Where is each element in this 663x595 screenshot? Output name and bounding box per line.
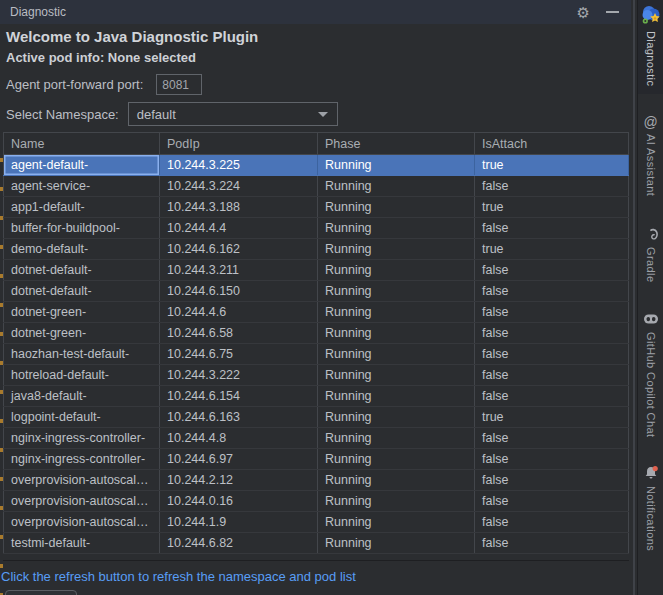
cell-name[interactable]: nginx-ingress-controller-	[4, 449, 160, 470]
cell-podip[interactable]: 10.244.6.58	[160, 323, 318, 344]
tool-tab-notifications[interactable]: Notifications	[638, 460, 663, 559]
cell-podip[interactable]: 10.244.2.12	[160, 470, 318, 491]
table-row[interactable]: agent-service-10.244.3.224Runningfalse	[4, 176, 629, 197]
cell-isattach[interactable]: true	[475, 239, 629, 260]
cell-podip[interactable]: 10.244.1.9	[160, 512, 318, 533]
cell-name[interactable]: buffer-for-buildpool-	[4, 218, 160, 239]
table-row[interactable]: haozhan-test-default-10.244.6.75Runningf…	[4, 344, 629, 365]
cell-isattach[interactable]: false	[475, 428, 629, 449]
cell-phase[interactable]: Running	[318, 512, 475, 533]
cell-isattach[interactable]: true	[475, 197, 629, 218]
tool-tab-ai-assistant[interactable]: @ AI Assistant	[638, 110, 663, 204]
table-row[interactable]: dotnet-default-10.244.3.211Runningfalse	[4, 260, 629, 281]
table-row[interactable]: hotreload-default-10.244.3.222Runningfal…	[4, 365, 629, 386]
table-row[interactable]: demo-default-10.244.6.162Runningtrue	[4, 239, 629, 260]
cell-isattach[interactable]: false	[475, 449, 629, 470]
cell-name[interactable]: nginx-ingress-controller-	[4, 428, 160, 449]
cell-isattach[interactable]: false	[475, 365, 629, 386]
tool-tab-github-copilot-chat[interactable]: GitHub Copilot Chat	[638, 306, 663, 445]
cell-podip[interactable]: 10.244.6.82	[160, 533, 318, 554]
cell-isattach[interactable]: true	[475, 407, 629, 428]
cell-name[interactable]: app1-default-	[4, 197, 160, 218]
tool-tab-diagnostic[interactable]: Diagnostic	[638, 0, 663, 94]
cell-isattach[interactable]: false	[475, 323, 629, 344]
cell-podip[interactable]: 10.244.6.163	[160, 407, 318, 428]
namespace-select[interactable]: default	[128, 102, 338, 126]
cell-isattach[interactable]: false	[475, 281, 629, 302]
port-input[interactable]	[156, 74, 202, 95]
table-row[interactable]: overprovision-autoscaler-...10.244.2.12R…	[4, 470, 629, 491]
column-header-podip[interactable]: PodIp	[160, 133, 318, 155]
table-row[interactable]: dotnet-default-10.244.6.150Runningfalse	[4, 281, 629, 302]
cell-phase[interactable]: Running	[318, 197, 475, 218]
cell-phase[interactable]: Running	[318, 533, 475, 554]
table-row[interactable]: overprovision-autoscaler-...10.244.0.16R…	[4, 491, 629, 512]
cell-podip[interactable]: 10.244.6.150	[160, 281, 318, 302]
cell-podip[interactable]: 10.244.0.16	[160, 491, 318, 512]
cell-name[interactable]: java8-default-	[4, 386, 160, 407]
tool-tab-gradle[interactable]: Gradle	[638, 221, 663, 290]
cell-name[interactable]: demo-default-	[4, 239, 160, 260]
cell-phase[interactable]: Running	[318, 302, 475, 323]
table-row[interactable]: testmi-default-10.244.6.82Runningfalse	[4, 533, 629, 554]
table-row[interactable]: dotnet-green-10.244.4.6Runningfalse	[4, 302, 629, 323]
table-row[interactable]: nginx-ingress-controller-10.244.4.8Runni…	[4, 428, 629, 449]
cell-name[interactable]: overprovision-autoscaler-...	[4, 512, 160, 533]
cell-phase[interactable]: Running	[318, 239, 475, 260]
cell-phase[interactable]: Running	[318, 260, 475, 281]
cell-podip[interactable]: 10.244.3.188	[160, 197, 318, 218]
cell-podip[interactable]: 10.244.6.162	[160, 239, 318, 260]
cell-podip[interactable]: 10.244.3.225	[160, 155, 318, 176]
column-header-phase[interactable]: Phase	[318, 133, 475, 155]
cell-isattach[interactable]: false	[475, 218, 629, 239]
table-row[interactable]: dotnet-green-10.244.6.58Runningfalse	[4, 323, 629, 344]
minimize-icon[interactable]	[606, 11, 619, 13]
column-header-name[interactable]: Name	[4, 133, 160, 155]
cell-podip[interactable]: 10.244.4.4	[160, 218, 318, 239]
cell-phase[interactable]: Running	[318, 218, 475, 239]
cell-podip[interactable]: 10.244.4.8	[160, 428, 318, 449]
cell-name[interactable]: dotnet-default-	[4, 260, 160, 281]
cell-phase[interactable]: Running	[318, 365, 475, 386]
gear-icon[interactable]: ⚙	[577, 5, 590, 20]
cell-phase[interactable]: Running	[318, 449, 475, 470]
cell-isattach[interactable]: true	[475, 155, 629, 176]
cell-name[interactable]: overprovision-autoscaler-...	[4, 470, 160, 491]
cell-podip[interactable]: 10.244.3.211	[160, 260, 318, 281]
cell-name[interactable]: testmi-default-	[4, 533, 160, 554]
cell-phase[interactable]: Running	[318, 344, 475, 365]
cell-name[interactable]: agent-service-	[4, 176, 160, 197]
cell-podip[interactable]: 10.244.3.224	[160, 176, 318, 197]
table-row[interactable]: logpoint-default-10.244.6.163Runningtrue	[4, 407, 629, 428]
cell-isattach[interactable]: false	[475, 491, 629, 512]
cell-isattach[interactable]: false	[475, 344, 629, 365]
column-header-isattach[interactable]: IsAttach	[475, 133, 629, 155]
cell-podip[interactable]: 10.244.6.75	[160, 344, 318, 365]
cell-name[interactable]: agent-default-	[4, 155, 160, 176]
cell-name[interactable]: hotreload-default-	[4, 365, 160, 386]
cell-podip[interactable]: 10.244.6.97	[160, 449, 318, 470]
refresh-button[interactable]: Refresh	[5, 590, 77, 595]
cell-phase[interactable]: Running	[318, 386, 475, 407]
cell-isattach[interactable]: false	[475, 533, 629, 554]
cell-name[interactable]: overprovision-autoscaler-...	[4, 491, 160, 512]
cell-name[interactable]: logpoint-default-	[4, 407, 160, 428]
cell-podip[interactable]: 10.244.3.222	[160, 365, 318, 386]
cell-isattach[interactable]: false	[475, 470, 629, 491]
cell-isattach[interactable]: false	[475, 260, 629, 281]
table-row[interactable]: java8-default-10.244.6.154Runningfalse	[4, 386, 629, 407]
cell-isattach[interactable]: false	[475, 302, 629, 323]
cell-name[interactable]: haozhan-test-default-	[4, 344, 160, 365]
table-row[interactable]: agent-default-10.244.3.225Runningtrue	[4, 155, 629, 176]
cell-phase[interactable]: Running	[318, 470, 475, 491]
table-row[interactable]: overprovision-autoscaler-...10.244.1.9Ru…	[4, 512, 629, 533]
cell-phase[interactable]: Running	[318, 155, 475, 176]
cell-phase[interactable]: Running	[318, 407, 475, 428]
table-row[interactable]: app1-default-10.244.3.188Runningtrue	[4, 197, 629, 218]
cell-phase[interactable]: Running	[318, 428, 475, 449]
cell-podip[interactable]: 10.244.6.154	[160, 386, 318, 407]
cell-isattach[interactable]: false	[475, 176, 629, 197]
cell-phase[interactable]: Running	[318, 281, 475, 302]
table-row[interactable]: nginx-ingress-controller-10.244.6.97Runn…	[4, 449, 629, 470]
cell-isattach[interactable]: false	[475, 512, 629, 533]
